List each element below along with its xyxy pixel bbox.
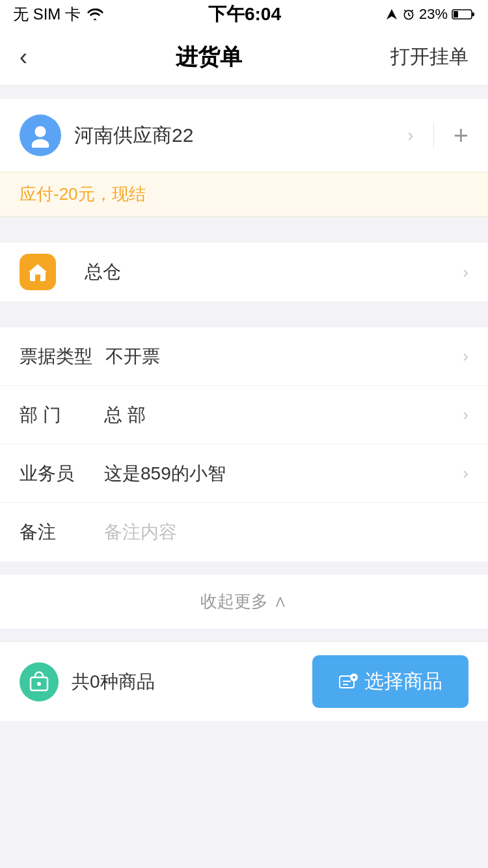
salesperson-row[interactable]: 业务员 这是859的小智 › [0,444,488,503]
nav-bar: ‹ 进货单 打开挂单 [0,29,488,86]
collapse-row[interactable]: 收起更多 ∧ [0,575,488,629]
collapse-text: 收起更多 ∧ [200,590,287,613]
warehouse-icon-bg [20,254,56,290]
supplier-name: 河南供应商22 [74,122,407,149]
supplier-chevron-icon: › [407,125,413,146]
separator-1 [0,86,488,99]
remark-label: 备注 [20,520,91,545]
supplier-row[interactable]: 河南供应商22 › + [0,99,488,172]
department-row[interactable]: 部 门 总 部 › [0,386,488,444]
notice-text: 应付-20元，现结 [20,184,146,204]
battery-percent: 23% [419,6,448,23]
wifi-icon [86,8,104,21]
battery-icon [452,8,475,20]
warehouse-icon [27,262,48,282]
invoice-value: 不开票 [105,344,463,369]
back-button[interactable]: ‹ [20,44,27,71]
svg-rect-8 [35,275,40,281]
fields-section: 票据类型 不开票 › 部 门 总 部 › 业务员 这是859的小智 › 备注 备… [0,327,488,562]
product-icon-bg [20,662,59,701]
department-chevron-icon: › [463,405,468,425]
add-button[interactable]: + [454,121,468,150]
select-product-label: 选择商品 [364,668,442,695]
warehouse-section: 总仓 › [0,243,488,301]
department-value: 总 部 [104,403,463,427]
salesperson-label: 业务员 [20,461,91,486]
warehouse-row[interactable]: 总仓 › [0,243,488,301]
select-product-icon [338,672,358,692]
salesperson-chevron-icon: › [463,463,468,483]
separator-3 [0,301,488,314]
product-icon [28,671,50,693]
page-background [0,721,488,868]
status-time: 下午6:04 [208,2,281,27]
warehouse-name: 总仓 [85,260,456,284]
open-pending-button[interactable]: 打开挂单 [390,44,468,70]
svg-rect-3 [454,11,458,18]
invoice-row[interactable]: 票据类型 不开票 › [0,327,488,386]
svg-marker-7 [29,264,47,272]
notice-bar: 应付-20元，现结 [0,172,488,217]
status-right: 23% [385,6,475,23]
department-label: 部 门 [20,403,91,427]
remark-row[interactable]: 备注 备注内容 [0,503,488,562]
remark-value[interactable]: 备注内容 [104,520,468,545]
status-left: 无 SIM 卡 [13,4,104,25]
svg-point-5 [32,139,49,148]
bottom-bar: 共0种商品 选择商品 [0,642,488,721]
svg-point-10 [37,682,41,686]
separator-2 [0,217,488,230]
svg-rect-2 [472,12,474,16]
status-bar: 无 SIM 卡 下午6:04 23% [0,0,488,29]
salesperson-value: 这是859的小智 [104,461,463,486]
person-icon [28,123,53,148]
invoice-label: 票据类型 [20,344,92,369]
supplier-divider [433,122,434,148]
invoice-chevron-icon: › [463,346,468,366]
select-product-button[interactable]: 选择商品 [312,655,468,708]
supplier-section: 河南供应商22 › + 应付-20元，现结 [0,99,488,217]
product-count: 共0种商品 [72,670,312,694]
no-sim-text: 无 SIM 卡 [13,4,81,25]
svg-point-4 [34,126,46,137]
page-title: 进货单 [176,42,242,72]
warehouse-chevron-icon: › [463,262,468,282]
supplier-avatar [20,115,61,156]
location-icon [385,8,398,21]
alarm-icon [402,8,415,21]
